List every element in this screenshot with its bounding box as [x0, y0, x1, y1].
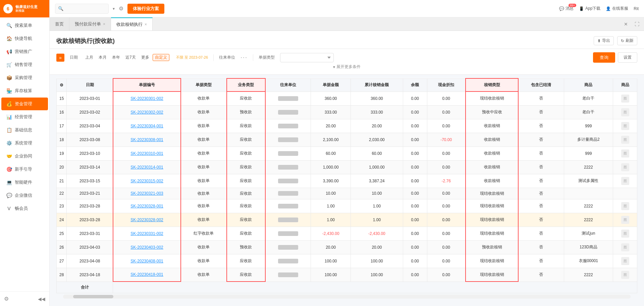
cell-verified: 2,030.00	[351, 133, 403, 146]
close-tab-button[interactable]: ✕	[622, 21, 630, 27]
query-button[interactable]: 查询	[593, 52, 615, 63]
settings-button[interactable]: 设置	[618, 52, 637, 63]
bill-no-link[interactable]: SK-20230418-001	[130, 272, 163, 277]
footer-data	[113, 282, 637, 293]
sidebar-item-purchase[interactable]: 📦采购管理	[1, 71, 48, 84]
date-btn-this-year[interactable]: 本年	[110, 54, 122, 61]
sidebar-item-sales[interactable]: 🛒销售管理	[1, 58, 48, 71]
cell-verify-type: 预收中应收	[466, 105, 519, 119]
sidebar-item-enterprise[interactable]: 🤝企业协同	[1, 150, 48, 163]
bill-no-link[interactable]: SK-20230408-001	[130, 259, 163, 263]
bill-no-link[interactable]: SK-20230328-002	[130, 218, 163, 222]
cell-settled: 否	[518, 254, 564, 268]
sidebar-item-wx-biz[interactable]: 💬企业微信	[1, 189, 48, 202]
sidebar-item-quick-nav[interactable]: 🏠快捷导航	[1, 32, 48, 45]
cell-settled: 否	[518, 227, 564, 240]
table-scroll-bar[interactable]	[63, 295, 631, 299]
date-btn-custom[interactable]: 自定义	[153, 54, 169, 61]
filter-expand-button[interactable]: »	[56, 54, 64, 62]
bill-no-link[interactable]: SK-20230301-002	[130, 96, 163, 101]
messages-button[interactable]: 💬 消息 99+	[559, 6, 574, 11]
sidebar-item-beginner[interactable]: 🎯新手引导	[1, 163, 48, 176]
cell-biz-type: 预收款	[227, 240, 266, 254]
sidebar-item-basic-info[interactable]: 📋基础信息	[1, 124, 48, 136]
restore-tab-button[interactable]: ⛶	[633, 21, 641, 27]
sidebar-icon-operations: 📊	[6, 114, 12, 120]
partner-blurred	[278, 218, 298, 222]
sidebar-item-operations[interactable]: 📊经营管理	[1, 111, 48, 123]
app-download-button[interactable]: 📱 App下载	[579, 6, 600, 11]
date-btn-more[interactable]: 更多	[139, 54, 151, 61]
bill-no-link[interactable]: SK-20230403-002	[130, 245, 163, 250]
page-header-actions: ⬆ 导出 ↻ 刷新	[594, 36, 637, 45]
tab-receipt-verify[interactable]: 收款核销执行 ×	[111, 17, 153, 30]
date-btn-7days[interactable]: 近7天	[123, 54, 138, 61]
table-row: 17 2023-03-04 SK-20230304-001 收款单 应收款 20…	[57, 119, 637, 133]
cell-bill-no: SK-20230314-001	[113, 160, 181, 174]
topbar-search-input[interactable]	[65, 6, 105, 11]
topbar-search-wrapper[interactable]: 🔍	[55, 4, 109, 14]
cell-amount: -2,430.00	[311, 227, 351, 240]
tab-prepay-bill[interactable]: 预付款应付单 ×	[69, 17, 111, 30]
sidebar-collapse-button[interactable]: ◀◀	[35, 295, 48, 303]
online-service-button[interactable]: 👤 在线客服	[606, 6, 628, 11]
message-icon: 💬	[559, 6, 564, 11]
date-btn-this-month[interactable]: 本月	[97, 54, 109, 61]
topbar: 🔍 ▾ ⚙ 体验行业方案 💬 消息 99+ 📱 App下载 👤 在线客服 Rit	[50, 0, 644, 17]
sidebar-icon-basic-info: 📋	[6, 127, 12, 133]
table-row: 19 2023-03-10 SK-20230310-001 收款单 应收款 60…	[57, 146, 637, 160]
bill-no-link[interactable]: SK-20230314-001	[130, 165, 163, 170]
table-row: 24 2023-03-28 SK-20230328-002 收款单 应收款 1.…	[57, 213, 637, 227]
tab-receipt-close-icon[interactable]: ×	[145, 22, 147, 27]
bill-no-link[interactable]: SK-20230310-001	[130, 151, 163, 156]
sidebar-item-search-menu[interactable]: 🔍搜索菜单	[1, 19, 48, 32]
table-row: 25 2023-03-31 SK-20230331-002 红字收款单 应收款 …	[57, 227, 637, 240]
sidebar-label-system: 系统管理	[15, 140, 32, 146]
cell-balance: 0.00	[403, 199, 427, 213]
sidebar-item-finance[interactable]: 💰资金管理	[1, 98, 48, 110]
sidebar-label-inventory: 库存核算	[15, 88, 32, 94]
cell-settled: 否	[518, 240, 564, 254]
sidebar-item-marketing[interactable]: 📢营销推广	[1, 45, 48, 58]
sidebar-item-vip[interactable]: V畅会员	[1, 202, 48, 215]
cell-no: 25	[57, 227, 67, 240]
expand-more-conditions[interactable]: ▾ 展开更多条件	[56, 63, 637, 71]
export-button[interactable]: ⬆ 导出	[594, 36, 614, 45]
cell-amount: 2,100.00	[311, 133, 351, 146]
col-partner-header: 往来单位	[265, 78, 311, 91]
sidebar-item-system[interactable]: ⚙️系统管理	[1, 137, 48, 149]
cell-partner	[265, 119, 311, 133]
table-scroll-thumb[interactable]	[73, 295, 113, 298]
bill-no-link[interactable]: SK-20230308-001	[130, 137, 163, 142]
sidebar-item-inventory[interactable]: 🏪库存核算	[1, 84, 48, 97]
bill-no-link[interactable]: SK-20230302-002	[130, 110, 163, 115]
cell-partner	[265, 213, 311, 227]
cell-verified: 10.00	[351, 188, 403, 199]
tab-home[interactable]: 首页	[50, 17, 69, 30]
bill-type-select[interactable]	[280, 53, 334, 62]
cell-biz-type: 应收款	[227, 227, 266, 240]
solution-button[interactable]: 体验行业方案	[127, 4, 164, 14]
sidebar-label-search-menu: 搜索菜单	[15, 22, 32, 28]
topbar-chevron-icon[interactable]: ▾	[113, 6, 115, 11]
sidebar-item-smart-hw[interactable]: 💻智能硬件	[1, 176, 48, 189]
bill-no-link[interactable]: SK-20230304-001	[130, 124, 163, 128]
cell-date: 2023-03-31	[67, 227, 113, 240]
sidebar-gear-button[interactable]: ⚙	[1, 294, 11, 303]
refresh-button[interactable]: ↻ 刷新	[617, 36, 637, 45]
tabbar: 首页 预付款应付单 × 收款核销执行 × ✕ ⛶	[50, 17, 644, 31]
cell-verified: -2,430.00	[351, 227, 403, 240]
cell-bill-no: SK-20230301-002	[113, 91, 181, 105]
date-btn-last-month[interactable]: 上月	[83, 54, 95, 61]
user-name[interactable]: Rit	[634, 6, 639, 11]
bill-no-link[interactable]: SK-20230331-002	[130, 231, 163, 236]
col-settings-header[interactable]: ⚙	[57, 78, 67, 91]
bill-no-link[interactable]: SK-20230315-002	[130, 179, 163, 183]
cell-discount: 0.00	[427, 240, 466, 254]
topbar-gear-icon[interactable]: ⚙	[119, 5, 123, 12]
tab-prepay-close-icon[interactable]: ×	[103, 22, 105, 26]
cell-bill-type: 收款单	[181, 240, 227, 254]
bill-no-link[interactable]: SK-20230321-003	[130, 191, 163, 196]
bill-no-link[interactable]: SK-20230328-001	[130, 204, 163, 208]
export-icon: ⬆	[597, 39, 601, 43]
